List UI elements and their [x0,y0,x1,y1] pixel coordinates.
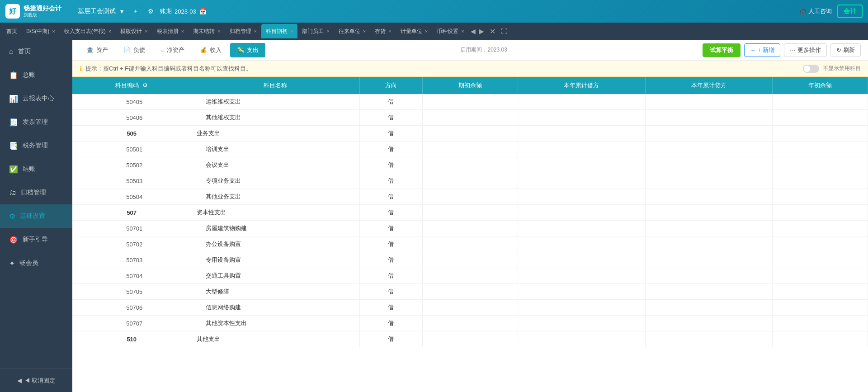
tab-close-customer[interactable]: × [363,28,366,34]
table-row[interactable]: 50503专项业务支出借 [72,173,868,189]
col-header-ytd-credit: 本年累计贷方 [645,77,773,94]
cell-opening [423,110,518,126]
tab-close-archive[interactable]: × [254,28,257,34]
table-row[interactable]: 50504其他业务支出借 [72,189,868,205]
company-dropdown-btn[interactable]: ▾ [118,6,126,17]
tab-nav-next[interactable]: ▶ [477,26,486,37]
tab-home[interactable]: 首页 [2,24,22,38]
cell-year-opening [773,252,868,268]
sub-tab-income[interactable]: 💰 收入 [193,43,228,57]
sub-tab-assets[interactable]: 🏦 资产 [80,43,115,57]
table-row[interactable]: 505业务支出借 [72,126,868,142]
sidebar-item-invoice[interactable]: 🧾 发票管理 [0,110,72,134]
table-row[interactable]: 50707其他资本性支出借 [72,316,868,331]
tab-close-all-btn[interactable]: ✕ [486,25,499,38]
toggle-disabled-label: 不显示禁用科目 [823,65,861,72]
tab-template[interactable]: 模版设计 × [116,24,152,38]
toggle-disabled-switch[interactable] [803,65,819,73]
cell-ytd-debit [518,110,645,126]
table-row[interactable]: 50706信息网络购建借 [72,300,868,316]
cell-name: 其他业务支出 [191,189,359,205]
table-container[interactable]: 科目编码 ⚙ 科目名称 方向 期初余额 本年累计借方 本年累计贷方 年初余额 5… [72,77,868,392]
table-row[interactable]: 50703专用设备购置借 [72,252,868,268]
sidebar-item-report[interactable]: 📊 云报表中心 [0,87,72,110]
tab-inventory[interactable]: 存货 × [370,24,396,38]
table-row[interactable]: 50501培训支出借 [72,142,868,157]
cell-ytd-debit [518,189,645,205]
tab-close-inventory[interactable]: × [388,28,391,34]
sidebar-item-archive[interactable]: 🗂 归档管理 [0,181,72,204]
add-btn[interactable]: ＋ + 新增 [744,43,780,57]
tab-close-period-end[interactable]: × [217,28,220,34]
logo-area: 好 畅捷通好会计 旗舰版 [5,4,78,19]
tab-archive[interactable]: 归档管理 × [225,24,261,38]
col-header-code: 科目编码 ⚙ [72,77,191,94]
cell-name: 交通工具购置 [191,268,359,284]
table-row[interactable]: 510其他支出借 [72,331,868,347]
tab-close-income-annual[interactable]: × [108,28,111,34]
sidebar-item-checkout[interactable]: ✅ 结账 [0,157,72,181]
cell-code: 50706 [72,300,191,316]
calendar-icon[interactable]: 📅 [199,8,207,15]
tab-close-template[interactable]: × [145,28,147,34]
cell-name: 业务支出 [191,126,359,142]
sidebar-bottom: ◀ ◀ 取消固定 [0,363,72,392]
tab-nav-prev[interactable]: ◀ [469,26,477,37]
table-row[interactable]: 50502会议支出借 [72,157,868,173]
sidebar-item-settings[interactable]: ⚙ 基础设置 [0,204,72,228]
table-row[interactable]: 50705大型修缮借 [72,284,868,300]
tab-currency[interactable]: 币种设置 × [432,24,468,38]
add-tab-btn[interactable]: ＋ [130,5,142,17]
table-row[interactable]: 50702办公设备购置借 [72,236,868,252]
sidebar-item-member[interactable]: ✦ 畅会员 [0,251,72,275]
sub-tab-liabilities-label: 负债 [133,46,145,54]
cell-name: 专用设备购置 [191,252,359,268]
tab-close-unit[interactable]: × [425,28,428,34]
sub-tab-equity[interactable]: ≡ 净资产 [154,43,191,57]
col-header-direction: 方向 [359,77,423,94]
tab-close-department[interactable]: × [326,28,329,34]
table-row[interactable]: 50406其他维权支出借 [72,110,868,126]
account-role-btn[interactable]: 会计 [837,5,863,18]
cell-ytd-credit [645,300,773,316]
sidebar-item-home[interactable]: ⌂ 首页 [0,40,72,63]
ai-consult-btn[interactable]: 🎧 人工咨询 [799,7,832,15]
tab-tax[interactable]: 税表清册 × [152,24,189,38]
tab-bs-mid[interactable]: B/S(中期) × [22,24,60,38]
cell-opening [423,284,518,300]
sidebar-item-tax[interactable]: 📑 税务管理 [0,134,72,157]
sidebar-item-guide[interactable]: 🎯 新手引导 [0,228,72,251]
tab-expand-btn[interactable]: ⛶ [499,26,509,37]
tab-unit[interactable]: 计量单位 × [396,24,432,38]
cell-ytd-credit [645,126,773,142]
table-row[interactable]: 50405运维维权支出借 [72,94,868,110]
tab-close-currency[interactable]: × [461,28,464,34]
cell-code: 50702 [72,236,191,252]
more-btn[interactable]: ⋯ 更多操作 [784,43,827,57]
table-row[interactable]: 507资本性支出借 [72,205,868,221]
sub-tab-expense-label: 支出 [247,46,259,54]
cell-opening [423,94,518,110]
tab-close-bs-mid[interactable]: × [52,28,55,34]
tab-period-end[interactable]: 期末结转 × [189,24,225,38]
sidebar-collapse-btn[interactable]: ◀ ◀ 取消固定 [0,368,72,387]
tab-bar: 首页 B/S(中期) × 收入支出表(年报) × 模版设计 × 税表清册 × 期… [0,23,868,40]
tab-customer[interactable]: 往来单位 × [334,24,370,38]
table-row[interactable]: 50704交通工具购置借 [72,268,868,284]
cell-name: 会议支出 [191,157,359,173]
tab-close-subject-init[interactable]: × [290,28,293,34]
tab-subject-init[interactable]: 科目期初 × [261,24,297,38]
settings-btn[interactable]: ⚙ [145,6,156,17]
table-row[interactable]: 50701房屋建筑物购建借 [72,221,868,236]
refresh-btn[interactable]: ↻ 刷新 [830,43,861,57]
tab-income-annual[interactable]: 收入支出表(年报) × [60,24,116,38]
sub-tab-liabilities[interactable]: 📄 负债 [117,43,152,57]
balance-btn[interactable]: 试算平衡 [703,43,741,57]
tab-close-tax[interactable]: × [181,28,184,34]
cell-ytd-credit [645,268,773,284]
column-settings-icon[interactable]: ⚙ [142,82,148,89]
tab-department[interactable]: 部门员工 × [297,24,334,38]
sidebar-item-ledger[interactable]: 📋 总账 [0,63,72,87]
cell-direction: 借 [359,126,423,142]
sub-tab-expense[interactable]: 💸 支出 [230,43,265,57]
